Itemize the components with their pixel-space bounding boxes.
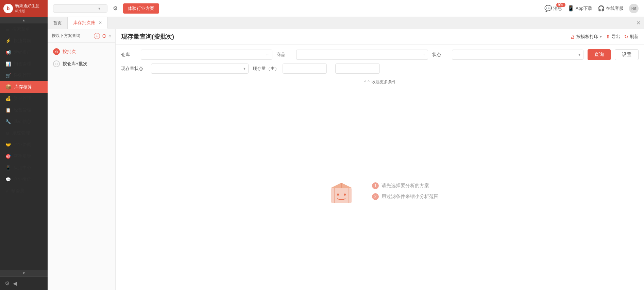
filter-panel: 按以下方案查询 + ⊙ « ⊙ 按批次 ⊙ 按仓库+批次 [48, 29, 116, 290]
sidebar-item-operations[interactable]: 📋 经营管理 [0, 104, 48, 116]
tab-inventory-batch[interactable]: 库存批次账 ✕ [68, 17, 108, 29]
newbie-icon: 🎯 [5, 154, 11, 159]
sidebar-footer: ⚙ ◀ [0, 276, 48, 290]
user-profile-btn[interactable]: Rit [629, 4, 639, 13]
inventory-icon: 📦 [5, 84, 12, 90]
footer-collapse-icon[interactable]: ◀ [13, 280, 17, 287]
sidebar-item-quick-nav[interactable]: ⚡ 快捷导航 [0, 35, 48, 47]
hint-num-1: 1 [372, 182, 379, 189]
tab-home[interactable]: 首页 [48, 17, 68, 29]
app-download-btn[interactable]: 📱 App下载 [567, 5, 592, 12]
warehouse-more-icon[interactable]: ··· [266, 52, 269, 57]
enterprise-icon: 🤝 [5, 142, 11, 147]
footer-settings-icon[interactable]: ⚙ [5, 280, 10, 287]
sidebar-item-vip[interactable]: V 畅会员 [0, 185, 48, 197]
tab-panel-close: ✕ [636, 20, 644, 26]
customer-service-btn[interactable]: 🎧 在线客服 [598, 5, 624, 12]
sidebar-item-inventory[interactable]: 📦 库存核算 [0, 81, 48, 93]
avatar: Rit [629, 4, 639, 13]
search-bar[interactable]: ▾ [53, 4, 107, 13]
apps-icon: 📱 [5, 165, 11, 170]
filter-header-actions: + ⊙ « [94, 33, 111, 39]
page-title: 现存量查询(按批次) [121, 33, 174, 41]
warehouse-field: 仓库 ··· [121, 50, 272, 60]
sidebar-item-system[interactable]: ⚙ 系统管理 [0, 127, 48, 139]
empty-text: 1 请先选择要分析的方案 2 用过滤条件来缩小分析范围 [372, 182, 439, 200]
try-solution-button[interactable]: 体验行业方案 [123, 3, 159, 14]
collapse-up-icon: ⌃⌃ [363, 80, 370, 85]
print-chevron-icon: ▾ [600, 34, 602, 39]
sidebar-scroll-down[interactable]: ▼ [0, 270, 48, 276]
refresh-btn[interactable]: ↻ 刷新 [624, 34, 639, 40]
sidebar-item-sales[interactable]: 📊 销售管理 [0, 58, 48, 70]
stock-amount-label: 现存量（主） [253, 66, 280, 72]
warehouse-input[interactable]: ··· [141, 50, 272, 60]
topbar-right: 💬 消息 99+ 📱 App下载 🎧 在线客服 Rit [544, 4, 639, 13]
stock-status-select[interactable]: ▾ [151, 64, 249, 74]
panel-close-btn[interactable]: ✕ [636, 20, 641, 26]
filter-options-list: ⊙ 按批次 ⊙ 按仓库+批次 [48, 43, 115, 73]
tab-close-icon[interactable]: ✕ [99, 20, 102, 25]
refresh-icon: ↻ [624, 34, 628, 39]
sidebar-header: b 畅康通好生意 标准版 [0, 0, 48, 17]
status-label: 状态 [432, 52, 449, 58]
export-icon: ⬆ [606, 34, 610, 39]
empty-hint-1: 1 请先选择要分析的方案 [372, 182, 439, 189]
search-row-2: 现存量状态 ▾ 现存量（主） — [121, 64, 639, 74]
stock-status-chevron-icon: ▾ [243, 66, 245, 71]
sidebar-item-newbie[interactable]: 🎯 新手引导 [0, 150, 48, 162]
topbar-left: ▾ ⚙ 体验行业方案 [53, 3, 541, 14]
export-btn[interactable]: ⬆ 导出 [606, 34, 620, 40]
sidebar-item-basic[interactable]: 🔧 基础信息 [0, 116, 48, 127]
query-area: 现存量查询(按批次) 🖨 按模板打印 ▾ ⬆ 导出 ↻ 刷新 [116, 29, 644, 290]
goods-input[interactable]: ··· [296, 50, 428, 60]
filter-option-by-batch[interactable]: ⊙ 按批次 [48, 46, 115, 58]
collapse-row[interactable]: ⌃⌃ 收起更多条件 [121, 77, 639, 87]
main-area: ▾ ⚙ 体验行业方案 💬 消息 99+ 📱 App下载 🎧 在线客服 Rit [48, 0, 644, 290]
query-button[interactable]: 查询 [588, 49, 611, 60]
stock-status-label: 现存量状态 [121, 66, 148, 72]
search-row-1: 仓库 ··· 商品 ··· [121, 49, 639, 60]
settings-button[interactable]: 设置 [615, 49, 639, 60]
search-menu-icon: ☰ [5, 27, 10, 32]
sidebar-item-marketing[interactable]: 📢 营销推广 [0, 47, 48, 58]
sidebar-nav: ☰ 搜索菜单 ⚡ 快捷导航 📢 营销推广 📊 销售管理 🛒 采购管理 📦 库存核… [0, 23, 48, 270]
vip-icon: V [5, 188, 9, 194]
sidebar-item-purchase[interactable]: 🛒 采购管理 [0, 70, 48, 81]
svg-point-6 [344, 194, 346, 196]
status-select[interactable]: ▾ [452, 50, 583, 60]
stock-amount-field: 现存量（主） — [253, 64, 380, 74]
topbar-settings-btn[interactable]: ⚙ [110, 3, 120, 14]
filter-add-btn[interactable]: + [94, 33, 100, 39]
operations-icon: 📋 [5, 108, 11, 113]
wechat-icon: 💬 [5, 177, 11, 182]
sidebar-item-finance[interactable]: 💰 资金管理 [0, 93, 48, 104]
filter-option-by-warehouse-batch[interactable]: ⊙ 按仓库+批次 [48, 58, 115, 70]
version-tag: 标准版 [15, 9, 39, 14]
basic-icon: 🔧 [5, 119, 11, 124]
filter-collapse-icon[interactable]: « [108, 33, 111, 39]
search-input[interactable] [56, 6, 97, 11]
sidebar-item-apps[interactable]: 📱 应用中心 [0, 162, 48, 174]
filter-settings-icon[interactable]: ⊙ [102, 33, 106, 39]
goods-label: 商品 [276, 52, 293, 58]
topbar: ▾ ⚙ 体验行业方案 💬 消息 99+ 📱 App下载 🎧 在线客服 Rit [48, 0, 644, 17]
sidebar-item-enterprise[interactable]: 🤝 企业协同 [0, 139, 48, 150]
print-btn[interactable]: 🖨 按模板打印 ▾ [570, 34, 602, 40]
stock-amount-from[interactable] [283, 64, 327, 74]
hint-num-2: 2 [372, 193, 379, 200]
tabbar: 首页 库存批次账 ✕ ✕ [48, 17, 644, 29]
sidebar-scroll-up[interactable]: ▲ [0, 17, 48, 23]
stock-amount-to[interactable] [335, 64, 380, 74]
filter-panel-label: 按以下方案查询 [52, 33, 80, 39]
sidebar-item-search[interactable]: ☰ 搜索菜单 [0, 23, 48, 35]
message-btn[interactable]: 💬 消息 99+ [544, 5, 562, 12]
empty-illustration [321, 171, 362, 212]
goods-more-icon[interactable]: ··· [422, 52, 425, 57]
content-area: 按以下方案查询 + ⊙ « ⊙ 按批次 ⊙ 按仓库+批次 [48, 29, 644, 290]
svg-rect-0 [331, 188, 352, 203]
message-badge: 99+ [556, 3, 565, 7]
by-batch-icon: ⊙ [53, 48, 60, 55]
sidebar-item-wechat[interactable]: 💬 企业微信 [0, 174, 48, 185]
by-warehouse-batch-icon: ⊙ [53, 60, 60, 67]
